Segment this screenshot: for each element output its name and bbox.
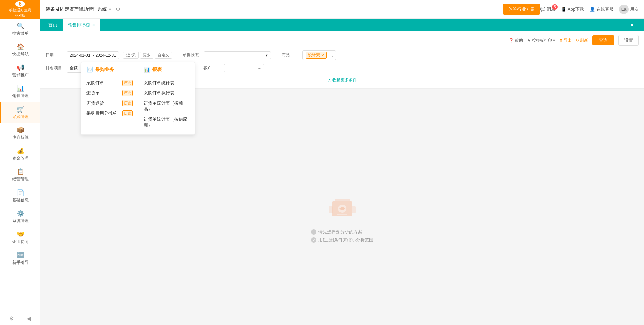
logo-title: 畅捷通好生意 xyxy=(9,8,31,13)
user-label: 用友 xyxy=(630,6,639,12)
print-icon: 🖨 xyxy=(527,38,531,43)
dropdown-item-report-2[interactable]: 进货单统计表（按商品） xyxy=(144,98,190,114)
svg-rect-5 xyxy=(352,206,356,213)
goods-tag-remove-icon[interactable]: ✕ xyxy=(321,53,324,58)
sidebar-label-finance: 资金管理 xyxy=(12,156,29,161)
online-service-item[interactable]: 👤 在线客服 xyxy=(589,6,614,12)
maximize-icon[interactable]: ⛶ xyxy=(637,22,641,28)
sidebar-item-enterprise[interactable]: 🤝 企业协同 xyxy=(0,227,40,248)
sidebar-label-purchase: 采购管理 xyxy=(12,114,29,120)
tab-sales-rank[interactable]: 销售排行榜 ✕ xyxy=(63,19,100,31)
app-download-item[interactable]: 📱 App下载 xyxy=(561,6,584,12)
sidebar-label-search: 搜索菜单 xyxy=(12,31,29,36)
tab-sales-rank-label: 销售排行榜 xyxy=(68,22,90,28)
topbar: 装备及固定资产辅助管理系统 ▾ ⚙ 体验行业方案 💬 消息 5 📱 App下载 … xyxy=(40,0,644,19)
sidebar-item-finance[interactable]: 💰 资金管理 xyxy=(0,144,40,165)
report-col-icon: 📊 xyxy=(144,66,150,73)
sidebar-label-inventory: 库存核算 xyxy=(12,135,29,140)
sidebar-item-system[interactable]: ⚙️ 系统管理 xyxy=(0,206,40,227)
sidebar-item-operation[interactable]: 📋 经营管理 xyxy=(0,165,40,186)
goods-dots[interactable]: ... xyxy=(329,53,333,58)
date-range-input[interactable]: 2024-01-01 ~ 2024-12-31 xyxy=(67,51,119,59)
export-icon: ⬆ xyxy=(559,38,563,43)
basic-icon: 📄 xyxy=(17,189,24,196)
tab-home-label: 首页 xyxy=(48,22,57,28)
export-button[interactable]: ⬆ 导出 xyxy=(559,38,572,43)
svg-rect-3 xyxy=(337,214,347,215)
app-download-label: App下载 xyxy=(568,6,584,12)
dropdown-item-purchase-receipt[interactable]: 进货单 历史 xyxy=(86,88,133,98)
industry-btn[interactable]: 体验行业方案 xyxy=(503,4,540,15)
dropdown-item-purchase-expense[interactable]: 采购费用分摊单 历史 xyxy=(86,108,133,118)
date-end: 2024-12-31 xyxy=(95,53,116,58)
inventory-icon: 📦 xyxy=(17,126,24,134)
guide-icon: 🆕 xyxy=(17,251,24,259)
sidebar-label-enterprise: 企业协同 xyxy=(12,239,29,245)
chevron-down-icon[interactable]: ▾ xyxy=(109,7,111,12)
refresh-button[interactable]: ↻ 刷新 xyxy=(576,38,588,43)
sidebar-label-sales: 销售管理 xyxy=(12,93,29,99)
tip-2: 2 用[过滤]条件来缩小分析范围 xyxy=(311,237,373,243)
operation-icon: 📋 xyxy=(17,168,24,175)
empty-illustration xyxy=(325,191,359,225)
customer-filter[interactable]: ··· xyxy=(224,64,264,72)
sidebar-item-marketing[interactable]: 📢 营销推广 xyxy=(0,60,40,81)
sidebar-nav: 🔍 搜索菜单 🏠 快捷导航 📢 营销推广 📊 销售管理 🛒 采购管理 📦 库存核… xyxy=(0,19,40,312)
dropdown-item-report-3[interactable]: 进货单统计表（按供应商） xyxy=(144,114,190,130)
dropdown-item-report-0[interactable]: 采购订单统计表 xyxy=(144,78,190,88)
messages-item[interactable]: 💬 消息 5 xyxy=(540,6,556,12)
date-label: 日期 xyxy=(46,52,63,58)
customer-dots[interactable]: ··· xyxy=(258,66,261,71)
query-button[interactable]: 查询 xyxy=(592,35,614,45)
sidebar-label-quick-nav: 快捷导航 xyxy=(12,51,29,57)
gear-icon[interactable]: ⚙ xyxy=(116,6,120,12)
tab-home[interactable]: 首页 xyxy=(43,19,63,31)
svg-rect-1 xyxy=(335,199,350,201)
online-service-label: 在线客服 xyxy=(596,6,614,12)
rank-label: 排名项目 xyxy=(46,65,63,71)
report-col-title: 📊 报表 xyxy=(144,66,190,75)
print-button[interactable]: 🖨 按模板打印 ▾ xyxy=(527,38,555,43)
quick-date-custom[interactable]: 自定义 xyxy=(155,52,172,59)
goods-tag: 设计素 ✕ xyxy=(306,52,327,59)
sidebar-item-basic[interactable]: 📄 基础信息 xyxy=(0,186,40,206)
sidebar-item-guide[interactable]: 🆕 新手引导 xyxy=(0,248,40,269)
sidebar-settings-icon[interactable]: ⚙ xyxy=(9,315,14,322)
dropdown-item-purchase-order[interactable]: 采购订单 历史 xyxy=(86,78,133,88)
help-button[interactable]: ❓ 帮助 xyxy=(509,38,523,43)
tabs-bar: 首页 销售排行榜 ✕ ✕ ⛶ xyxy=(40,19,644,31)
topbar-right: 💬 消息 5 📱 App下载 👤 在线客服 Ea 用友 xyxy=(540,5,639,14)
refresh-icon: ↻ xyxy=(576,38,579,43)
user-item[interactable]: Ea 用友 xyxy=(619,5,639,14)
sidebar-item-search[interactable]: 🔍 搜索菜单 xyxy=(0,19,40,40)
history-badge-3: 历史 xyxy=(122,110,133,116)
purchase-col-title: 🧾 采购业务 xyxy=(86,66,133,75)
messages-badge: 5 xyxy=(552,4,558,10)
sidebar-item-quick-nav[interactable]: 🏠 快捷导航 xyxy=(0,40,40,60)
app-download-icon: 📱 xyxy=(561,7,566,12)
settings-button[interactable]: 设置 xyxy=(618,35,639,46)
dropdown-item-report-1[interactable]: 采购订单执行表 xyxy=(144,88,190,98)
home-icon: 🏠 xyxy=(17,43,24,50)
goods-filter[interactable]: 设计素 ✕ ... xyxy=(302,50,336,60)
filter-row-date: 日期 2024-01-01 ~ 2024-12-31 近7天 更多 自定义 单据… xyxy=(46,50,639,60)
help-icon: ❓ xyxy=(509,38,514,43)
quick-date-more[interactable]: 更多 xyxy=(140,52,153,59)
main-area: 装备及固定资产辅助管理系统 ▾ ⚙ 体验行业方案 💬 消息 5 📱 App下载 … xyxy=(40,0,644,325)
sidebar-collapse-icon[interactable]: ◀ xyxy=(27,315,31,322)
sidebar-item-sales[interactable]: 📊 销售管理 xyxy=(0,81,40,102)
system-title: 装备及固定资产辅助管理系统 xyxy=(46,6,107,12)
close-tab-icon[interactable]: ✕ xyxy=(92,23,95,27)
customer-label: 客户 xyxy=(203,65,220,71)
dropdown-item-purchase-return[interactable]: 进货退货 历史 xyxy=(86,98,133,108)
status-select[interactable]: ▾ xyxy=(204,51,271,59)
sidebar-item-inventory[interactable]: 📦 库存核算 xyxy=(0,123,40,144)
close-all-icon[interactable]: ✕ xyxy=(630,22,634,28)
quick-dates: 近7天 更多 自定义 xyxy=(123,52,172,59)
sidebar: 6 畅捷通好生意 标准版 🔍 搜索菜单 🏠 快捷导航 📢 营销推广 📊 销售管理… xyxy=(0,0,40,325)
date-start: 2024-01-01 xyxy=(70,53,90,58)
tip-1: 1 请先选择要分析的方案 xyxy=(311,229,373,235)
sidebar-item-purchase[interactable]: 🛒 采购管理 xyxy=(0,102,40,123)
quick-date-7days[interactable]: 近7天 xyxy=(123,52,139,59)
messages-icon: 💬 xyxy=(540,7,545,12)
